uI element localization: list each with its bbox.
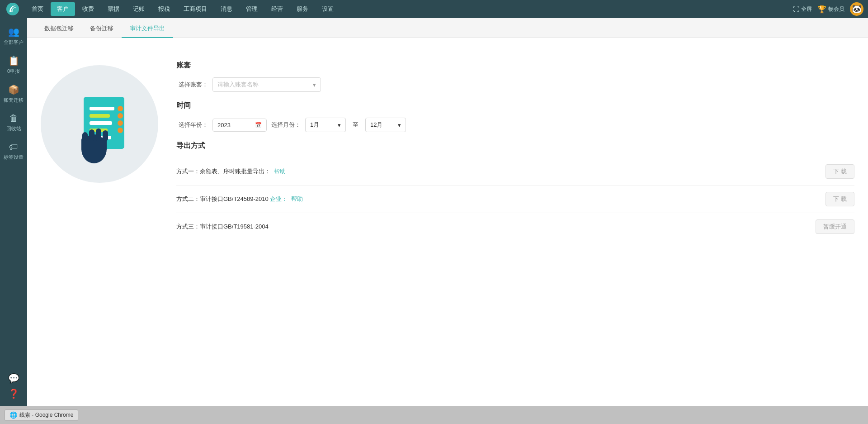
page-content: 账套 选择账套： 请输入账套名称 ▾ 时间 选择年份： 2023 📅	[27, 38, 868, 406]
zero-declaration-icon: 📋	[8, 55, 19, 66]
sidebar-item-recycle[interactable]: 🗑 回收站	[1, 110, 26, 136]
svg-rect-17	[103, 130, 108, 141]
sidebar-item-label: 全部客户	[4, 39, 24, 46]
chevron-down-icon: ▾	[313, 81, 316, 88]
svg-rect-15	[89, 129, 94, 141]
svg-rect-4	[90, 114, 110, 118]
top-navigation: 首页 客户 收费 票据 记账 报税 工商项目 消息 管理 经营 服务 设置 ⛶ …	[0, 0, 868, 18]
nav-invoice[interactable]: 票据	[101, 2, 126, 16]
illustration-svg	[54, 79, 145, 169]
nav-message[interactable]: 消息	[214, 2, 239, 16]
tab-data-migration[interactable]: 数据包迁移	[36, 20, 82, 38]
app-logo	[5, 1, 21, 17]
fullscreen-icon: ⛶	[793, 5, 799, 13]
account-label: 选择账套：	[176, 81, 208, 89]
export-method-2-text: 方式二：审计接口GB/T24589-2010	[176, 195, 269, 202]
chevron-down-icon: ▾	[338, 122, 341, 129]
month-label: 选择月份：	[271, 121, 301, 129]
svg-point-9	[118, 113, 123, 119]
svg-rect-5	[90, 121, 112, 125]
taskbar: 🌐 线索 - Google Chrome	[0, 406, 868, 424]
content-area: 数据包迁移 备份迁移 审计文件导出	[27, 18, 868, 406]
nav-service[interactable]: 服务	[290, 2, 315, 16]
tab-backup-migration[interactable]: 备份迁移	[82, 20, 122, 38]
export-method-1-help[interactable]: 帮助	[274, 168, 286, 175]
main-layout: 👥 全部客户 📋 0申报 📦 账套迁移 🗑 回收站 🏷 标签设置 💬 ❓ 数据包…	[0, 18, 868, 406]
fullscreen-button[interactable]: ⛶ 全屏	[793, 5, 812, 13]
nav-tax[interactable]: 报税	[152, 2, 176, 16]
recycle-icon: 🗑	[9, 113, 18, 124]
export-method-3-row: 方式三：审计接口GB/T19581-2004 暂缓开通	[176, 213, 854, 240]
avatar[interactable]: 🐼	[850, 2, 863, 16]
sidebar-item-account-migration[interactable]: 📦 账套迁移	[1, 81, 26, 107]
month-start-value: 1月	[310, 121, 319, 129]
month-end-select[interactable]: 12月 ▾	[365, 118, 406, 132]
sidebar-item-label: 账套迁移	[4, 97, 24, 104]
nav-menu: 首页 客户 收费 票据 记账 报税 工商项目 消息 管理 经营 服务 设置	[25, 2, 793, 16]
vip-label: 畅会员	[828, 5, 844, 13]
form-side: 账套 选择账套： 请输入账套名称 ▾ 时间 选择年份： 2023 📅	[176, 52, 854, 392]
export-section: 方式一：余额表、序时账批量导出： 帮助 下 载 方式二：审计接口GB/T2458…	[176, 158, 854, 240]
export-method-3-text: 方式三：审计接口GB/T19581-2004	[176, 223, 269, 230]
vip-button[interactable]: 🏆 畅会员	[817, 5, 844, 14]
export-method-2-help[interactable]: 帮助	[291, 195, 303, 202]
left-sidebar: 👥 全部客户 📋 0申报 📦 账套迁移 🗑 回收站 🏷 标签设置 💬 ❓	[0, 18, 27, 406]
sidebar-item-label: 标签设置	[4, 154, 24, 161]
svg-point-8	[118, 106, 123, 111]
svg-point-11	[118, 128, 123, 133]
svg-point-10	[118, 120, 123, 126]
message-icon[interactable]: 💬	[8, 373, 19, 384]
year-input[interactable]: 2023 📅	[212, 119, 267, 132]
export-method-1-desc: 方式一：余额表、序时账批量导出： 帮助	[176, 167, 286, 176]
taskbar-item-label: 线索 - Google Chrome	[19, 411, 73, 419]
nav-accounting[interactable]: 记账	[127, 2, 151, 16]
nav-operation[interactable]: 经营	[265, 2, 289, 16]
taskbar-chrome-item[interactable]: 🌐 线索 - Google Chrome	[5, 410, 78, 421]
nav-business[interactable]: 工商项目	[177, 2, 213, 16]
sidebar-item-label: 回收站	[6, 125, 21, 132]
nav-settings[interactable]: 设置	[316, 2, 340, 16]
nav-customer[interactable]: 客户	[51, 2, 75, 16]
export-method-2-download-button[interactable]: 下 载	[826, 192, 854, 206]
year-label: 选择年份：	[176, 121, 208, 129]
nav-manage[interactable]: 管理	[240, 2, 264, 16]
export-method-2-desc: 方式二：审计接口GB/T24589-2010 企业： 帮助	[176, 195, 303, 203]
illustration-circle	[41, 65, 158, 183]
tag-icon: 🏷	[9, 142, 18, 152]
nav-home[interactable]: 首页	[25, 2, 50, 16]
fullscreen-label: 全屏	[801, 5, 812, 13]
sidebar-item-tags[interactable]: 🏷 标签设置	[1, 138, 26, 164]
month-end-value: 12月	[370, 121, 382, 129]
export-method-3-open-button[interactable]: 暂缓开通	[816, 219, 854, 234]
account-migration-icon: 📦	[8, 84, 19, 95]
svg-rect-14	[82, 132, 88, 141]
chrome-icon: 🌐	[9, 411, 17, 419]
export-method-2-company[interactable]: 企业：	[270, 195, 288, 202]
month-start-select[interactable]: 1月 ▾	[305, 118, 346, 132]
sidebar-bottom: 💬 ❓	[8, 373, 19, 406]
export-method-1-download-button[interactable]: 下 载	[826, 164, 854, 179]
account-form-row: 选择账套： 请输入账套名称 ▾	[176, 77, 854, 92]
nav-fee[interactable]: 收费	[76, 2, 100, 16]
svg-rect-16	[96, 129, 101, 141]
to-label: 至	[350, 121, 361, 129]
tab-audit-export[interactable]: 审计文件导出	[122, 20, 173, 38]
export-method-2-row: 方式二：审计接口GB/T24589-2010 企业： 帮助 下 载	[176, 186, 854, 213]
svg-rect-3	[90, 107, 114, 110]
account-section-title: 账套	[176, 61, 854, 70]
account-select[interactable]: 请输入账套名称 ▾	[212, 77, 321, 92]
nav-right-area: ⛶ 全屏 🏆 畅会员 🐼	[793, 2, 863, 16]
sidebar-item-label: 0申报	[7, 68, 20, 75]
export-method-3-desc: 方式三：审计接口GB/T19581-2004	[176, 223, 269, 231]
sidebar-item-zero-declaration[interactable]: 📋 0申报	[1, 52, 26, 78]
all-customers-icon: 👥	[8, 26, 19, 37]
chevron-down-icon: ▾	[398, 122, 401, 129]
export-method-1-text: 方式一：余额表、序时账批量导出：	[176, 168, 270, 175]
sidebar-item-all-customers[interactable]: 👥 全部客户	[1, 23, 26, 49]
year-value: 2023	[217, 122, 231, 129]
calendar-icon: 📅	[255, 122, 262, 128]
tab-bar: 数据包迁移 备份迁移 审计文件导出	[27, 18, 868, 38]
export-section-title: 导出方式	[176, 141, 854, 151]
help-icon[interactable]: ❓	[8, 388, 19, 399]
account-placeholder: 请输入账套名称	[217, 81, 259, 89]
